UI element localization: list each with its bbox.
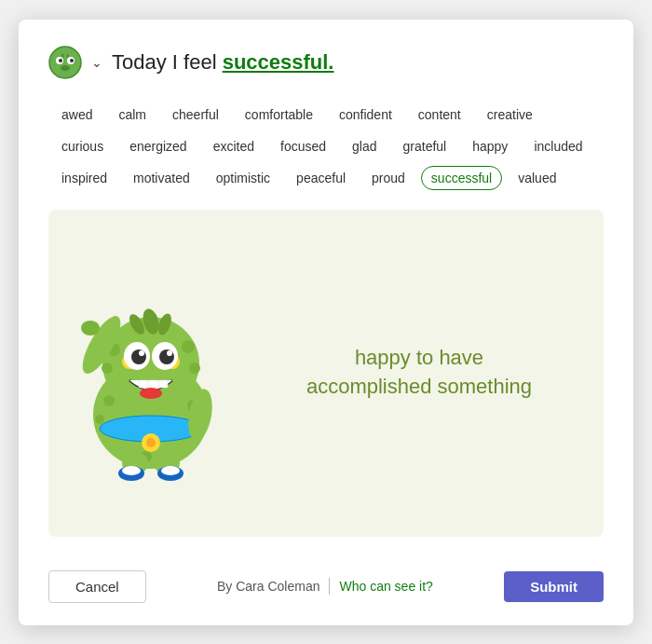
- avatar-icon: [48, 46, 82, 79]
- footer: Cancel By Cara Coleman Who can see it? S…: [48, 570, 604, 603]
- cancel-button[interactable]: Cancel: [48, 570, 146, 603]
- svg-point-10: [95, 415, 104, 424]
- svg-point-45: [122, 466, 141, 475]
- by-author: By Cara Coleman: [217, 579, 320, 594]
- emotion-tag-valued[interactable]: valued: [508, 166, 566, 190]
- emotion-tag-optimistic[interactable]: optimistic: [206, 166, 280, 190]
- emotion-tag-motivated[interactable]: motivated: [123, 166, 200, 190]
- svg-point-18: [146, 438, 156, 447]
- chevron-down-icon[interactable]: ⌄: [91, 55, 102, 70]
- emotion-tag-proud[interactable]: proud: [361, 166, 415, 190]
- emotion-tag-successful[interactable]: successful: [421, 166, 502, 190]
- modal: ⌄ Today I feel successful. awedcalmcheer…: [19, 20, 633, 625]
- emotion-tag-grateful[interactable]: grateful: [393, 134, 457, 158]
- emotion-tag-glad[interactable]: glad: [342, 134, 387, 158]
- svg-point-22: [182, 340, 195, 353]
- footer-meta-section: By Cara Coleman Who can see it?: [217, 578, 433, 595]
- svg-point-41: [81, 321, 100, 336]
- svg-rect-36: [139, 380, 147, 388]
- emotion-tag-focused[interactable]: focused: [270, 134, 336, 158]
- emotion-tag-energized[interactable]: energized: [119, 134, 197, 158]
- svg-point-23: [189, 363, 200, 374]
- emotions-grid: awedcalmcheerfulcomfortableconfidentcont…: [48, 100, 604, 193]
- svg-rect-37: [149, 380, 157, 388]
- emotion-tag-calm[interactable]: calm: [108, 103, 156, 127]
- emotion-tag-content[interactable]: content: [408, 103, 471, 127]
- monster-container: [48, 261, 253, 485]
- svg-point-32: [131, 349, 146, 364]
- feeling-word: successful.: [223, 50, 334, 74]
- emotion-tag-peaceful[interactable]: peaceful: [286, 166, 356, 190]
- monster-illustration: [62, 270, 239, 485]
- emotion-tag-cheerful[interactable]: cheerful: [162, 103, 229, 127]
- emotion-tag-happy[interactable]: happy: [462, 134, 518, 158]
- emotion-tag-excited[interactable]: excited: [203, 134, 265, 158]
- svg-point-35: [167, 350, 172, 356]
- svg-rect-38: [159, 380, 168, 388]
- submit-button[interactable]: Submit: [504, 571, 604, 602]
- svg-point-0: [49, 47, 81, 78]
- emotion-tag-included[interactable]: included: [523, 134, 592, 158]
- svg-point-34: [139, 350, 144, 356]
- feeling-display: happy to haveaccomplished something: [48, 210, 604, 537]
- feeling-description: happy to haveaccomplished something: [253, 325, 604, 420]
- header: ⌄ Today I feel successful.: [48, 46, 604, 79]
- who-can-see-link[interactable]: Who can see it?: [339, 579, 432, 594]
- header-title: Today I feel successful.: [112, 50, 333, 75]
- emotion-tag-confident[interactable]: confident: [329, 103, 402, 127]
- svg-point-21: [102, 363, 113, 374]
- svg-point-39: [140, 388, 162, 399]
- svg-point-5: [61, 65, 70, 71]
- footer-buttons: Cancel: [48, 570, 146, 603]
- svg-point-3: [59, 59, 62, 62]
- svg-point-4: [70, 59, 74, 62]
- svg-point-33: [159, 349, 174, 364]
- vertical-divider: [329, 578, 330, 595]
- emotion-tag-curious[interactable]: curious: [51, 134, 114, 158]
- feeling-description-text: happy to haveaccomplished something: [306, 344, 532, 402]
- emotion-tag-comfortable[interactable]: comfortable: [235, 103, 323, 127]
- emotion-tag-awed[interactable]: awed: [51, 103, 102, 127]
- svg-point-48: [161, 466, 180, 475]
- emotion-tag-inspired[interactable]: inspired: [51, 166, 117, 190]
- svg-point-9: [103, 395, 115, 406]
- emotion-tag-creative[interactable]: creative: [477, 103, 543, 127]
